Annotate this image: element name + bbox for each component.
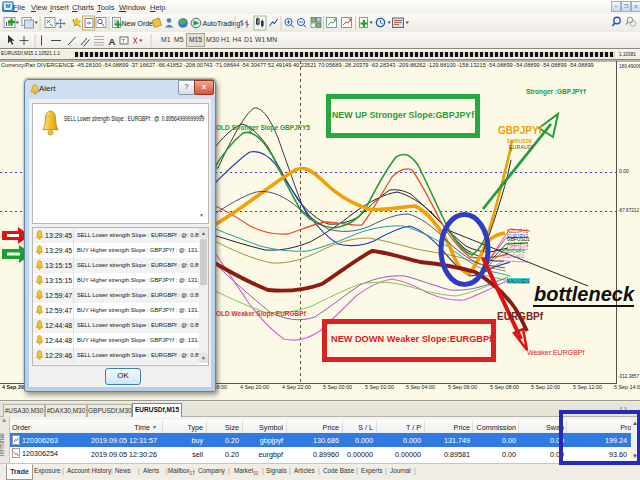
svg-text:New Order: New Order [122,20,157,27]
svg-text:T: T [122,38,126,44]
svg-text:A: A [109,36,116,47]
